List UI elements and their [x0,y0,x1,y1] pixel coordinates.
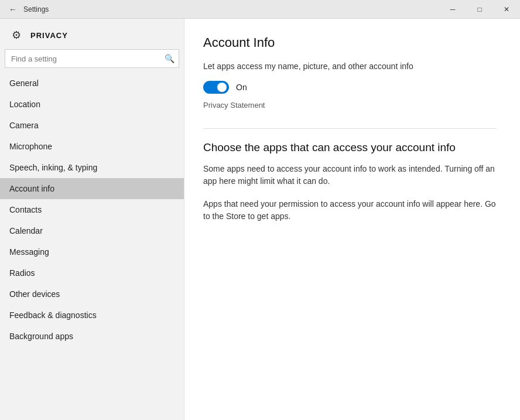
back-button[interactable]: ← [5,1,21,18]
toggle-description: Let apps access my name, picture, and ot… [203,61,497,73]
main-content: Account Info Let apps access my name, pi… [184,19,520,420]
sidebar-title: PRIVACY [30,31,68,40]
sidebar-item-general[interactable]: General [0,73,184,94]
sidebar-item-camera[interactable]: Camera [0,115,184,136]
sidebar-item-other-devices[interactable]: Other devices [0,284,184,305]
sidebar-item-background-apps[interactable]: Background apps [0,326,184,347]
sidebar-item-radios[interactable]: Radios [0,262,184,284]
info-text-1: Some apps need to access your account in… [203,163,497,187]
window-controls: ─ □ ✕ [439,0,520,19]
sidebar-item-calendar[interactable]: Calendar [0,220,184,241]
toggle-row: On [203,81,497,94]
sidebar-item-contacts[interactable]: Contacts [0,199,184,220]
section-title: Account Info [203,35,497,50]
window-title: Settings [23,5,439,13]
sidebar-item-feedback[interactable]: Feedback & diagnostics [0,305,184,326]
maximize-button[interactable]: □ [466,0,493,19]
sidebar-nav: General Location Camera Microphone Speec… [0,73,184,420]
app-container: ⚙ PRIVACY 🔍 General Location Camera Micr… [0,19,520,420]
title-bar: ← Settings ─ □ ✕ [0,0,520,19]
search-container: 🔍 [5,49,179,68]
info-text-2: Apps that need your permission to access… [203,198,497,223]
sidebar-item-location[interactable]: Location [0,94,184,115]
sidebar-item-speech[interactable]: Speech, inking, & typing [0,157,184,178]
sidebar-item-microphone[interactable]: Microphone [0,136,184,157]
sidebar-item-account-info[interactable]: Account info [0,178,184,199]
search-input[interactable] [5,49,179,68]
maximize-icon: □ [477,5,481,13]
gear-icon: ⚙ [12,29,21,42]
privacy-statement-link[interactable]: Privacy Statement [203,101,265,110]
choose-apps-title: Choose the apps that can access your acc… [203,141,497,155]
close-icon: ✕ [504,5,509,13]
account-info-toggle[interactable] [203,81,229,94]
close-button[interactable]: ✕ [493,0,520,19]
back-icon: ← [9,5,17,14]
privacy-icon: ⚙ [9,28,23,42]
sidebar-item-messaging[interactable]: Messaging [0,241,184,262]
minimize-button[interactable]: ─ [439,0,466,19]
sidebar: ⚙ PRIVACY 🔍 General Location Camera Micr… [0,19,184,420]
sidebar-header: ⚙ PRIVACY [0,19,184,49]
section-divider [203,128,497,129]
toggle-state-label: On [236,83,247,92]
minimize-icon: ─ [450,5,456,13]
search-icon: 🔍 [165,54,175,63]
